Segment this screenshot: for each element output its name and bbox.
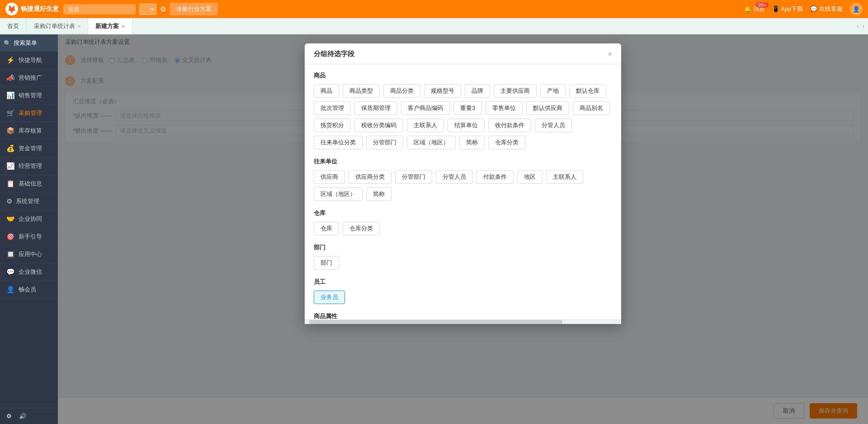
sidebar: 🔍 搜索菜单 ⚡ 快捷导航 📣 营销推广 📊 销售管理 🛒 采购管理 📦 库存核… [0,34,58,424]
dialog-close-button[interactable]: × [608,51,612,58]
section-dept: 部门 部门 [314,243,612,270]
sidebar-item-label: 畅会员 [19,286,36,294]
notification-badge: 99+ [756,2,769,8]
section-goods-fields: 商品 商品类型 商品分类 规格型号 品牌 主要供应商 产地 默认仓库 批次管理 … [314,84,612,149]
field-tax-code[interactable]: 税收分类编码 [354,119,403,132]
app-center-icon: 🔲 [6,250,15,258]
guide-icon: 🎯 [6,233,15,241]
user-avatar[interactable]: 👤 [850,3,863,15]
field-batch-mgmt[interactable]: 批次管理 [314,101,351,115]
sidebar-item-basic-info[interactable]: 📋 基础信息 [0,175,58,193]
field-region2[interactable]: 区域（地区） [314,187,363,201]
field-partner-category[interactable]: 往来单位分类 [314,136,363,149]
tab-purchase-stats[interactable]: 采购订单统计表 × [27,18,88,34]
section-product-attr: 商品属性 属性 颜色 多规格 尺码 鞋码 1 [314,312,612,319]
sidebar-item-inventory[interactable]: 📦 库存核算 [0,122,58,140]
field-wh-category[interactable]: 仓库分类 [488,136,525,149]
field-default-wh[interactable]: 默认仓库 [569,84,606,98]
dialog-body[interactable]: 商品 商品 商品类型 商品分类 规格型号 品牌 主要供应商 产地 默认仓库 批次… [305,64,621,319]
marketing-icon: 📣 [6,74,15,82]
tab-prev-icon[interactable]: ‹ [857,23,859,29]
field-pick-score[interactable]: 拣货积分 [314,119,351,132]
field-supplier-cat[interactable]: 供应商分类 [349,170,392,184]
sidebar-settings-icon[interactable]: ⚙ [6,413,12,419]
field-spec-type[interactable]: 规格型号 [424,84,461,98]
sidebar-volume-icon[interactable]: 🔊 [19,413,26,419]
tab-new-label: 新建方案 [95,22,119,30]
tab-home[interactable]: 首页 [0,18,27,34]
tab-purchase-close[interactable]: × [78,24,80,29]
system-icon: ⚙ [6,197,12,205]
sidebar-item-quick-nav[interactable]: ⚡ 快捷导航 [0,52,58,69]
field-cust-code[interactable]: 客户商品编码 [401,101,450,115]
gear-button[interactable]: ⚙ [160,5,166,14]
field-main-supplier[interactable]: 主要供应商 [494,84,537,98]
top-right-area: 🔔 消息 99+ 📱 App下载 💬 在线客服 👤 [744,3,863,15]
field-dept[interactable]: 部门 [314,256,339,270]
trial-button[interactable]: 体验行业方案 [170,3,218,15]
field-retail-unit[interactable]: 零售单位 [486,101,523,115]
field-supplier[interactable]: 供应商 [314,170,345,184]
dialog-title: 分组待选字段 [314,50,354,58]
sidebar-item-label: 销售管理 [19,91,42,100]
sidebar-search[interactable]: 🔍 搜索菜单 [0,34,58,52]
field-goods-alias[interactable]: 商品别名 [573,101,610,115]
sidebar-item-label: 系统管理 [16,197,39,205]
field-shelf-life[interactable]: 保质期管理 [354,101,397,115]
sidebar-item-operations[interactable]: 📈 经营管理 [0,157,58,175]
sidebar-item-finance[interactable]: 💰 资金管理 [0,140,58,157]
operations-icon: 📈 [6,162,15,170]
field-region[interactable]: 区域（地区） [407,136,456,149]
field-abbr[interactable]: 简称 [459,136,485,149]
tab-new-plan[interactable]: 新建方案 × [88,18,132,34]
field-wh[interactable]: 仓库 [314,222,339,235]
field-abbr2[interactable]: 简称 [366,187,392,201]
field-settlement-unit[interactable]: 结算单位 [448,119,485,132]
field-brand[interactable]: 品牌 [465,84,490,98]
field-dept-mgmt2[interactable]: 分管部门 [395,170,432,184]
section-staff-title: 员工 [314,278,612,286]
sidebar-item-coop[interactable]: 🤝 企业协同 [0,210,58,228]
section-dept-fields: 部门 [314,256,612,270]
sidebar-item-member[interactable]: 👤 畅会员 [0,281,58,299]
field-area[interactable]: 地区 [517,170,542,184]
field-salesperson[interactable]: 业务员 [314,291,345,304]
search-icon: 🔍 [4,40,11,47]
field-supervisor[interactable]: 分管人员 [535,119,572,132]
section-partner-fields: 供应商 供应商分类 分管部门 分管人员 付款条件 地区 主联系人 区域（地区） … [314,170,612,201]
tab-new-close[interactable]: × [122,24,124,29]
sidebar-item-system[interactable]: ⚙ 系统管理 [0,193,58,210]
search-input[interactable] [63,4,136,14]
field-dept-mgmt[interactable]: 分管部门 [366,136,403,149]
notification-area[interactable]: 🔔 消息 99+ [744,5,765,13]
sidebar-item-guide[interactable]: 🎯 新手引导 [0,228,58,246]
field-wh-cat[interactable]: 仓库分类 [343,222,380,235]
online-service-link[interactable]: 💬 在线客服 [810,5,843,13]
sidebar-item-label: 基础信息 [19,180,42,188]
nav-select[interactable] [139,4,156,15]
field-default-supplier[interactable]: 默认供应商 [526,101,569,115]
field-supervisor2[interactable]: 分管人员 [436,170,473,184]
field-main-contact[interactable]: 主联系人 [407,119,444,132]
field-goods-category[interactable]: 商品分类 [383,84,420,98]
field-payment-cond[interactable]: 付款条件 [476,170,514,184]
sidebar-item-sales[interactable]: 📊 销售管理 [0,87,58,105]
field-goods-type[interactable]: 商品类型 [343,84,380,98]
inventory-icon: 📦 [6,127,15,135]
sidebar-item-label: 营销推广 [19,74,42,82]
field-payment-terms[interactable]: 收付款条件 [488,119,531,132]
field-origin[interactable]: 产地 [540,84,566,98]
sidebar-item-label: 快捷导航 [19,56,42,64]
sidebar-item-corp-wx[interactable]: 💬 企业微信 [0,263,58,281]
field-weight3[interactable]: 重量3 [453,101,482,115]
dialog-horizontal-scrollbar[interactable] [305,319,621,324]
app-download-link[interactable]: 📱 App下载 [772,5,803,13]
tab-next-icon[interactable]: › [863,23,864,29]
service-icon: 💬 [810,5,817,12]
sidebar-item-purchase[interactable]: 🛒 采购管理 [0,105,58,122]
sidebar-item-marketing[interactable]: 📣 营销推广 [0,69,58,87]
field-main-contact2[interactable]: 主联系人 [546,170,583,184]
top-bar: 🦊 畅捷通好生意 ⚙ 体验行业方案 🔔 消息 99+ 📱 App下载 💬 在线客… [0,0,868,18]
field-goods[interactable]: 商品 [314,84,339,98]
sidebar-item-app-center[interactable]: 🔲 应用中心 [0,246,58,263]
